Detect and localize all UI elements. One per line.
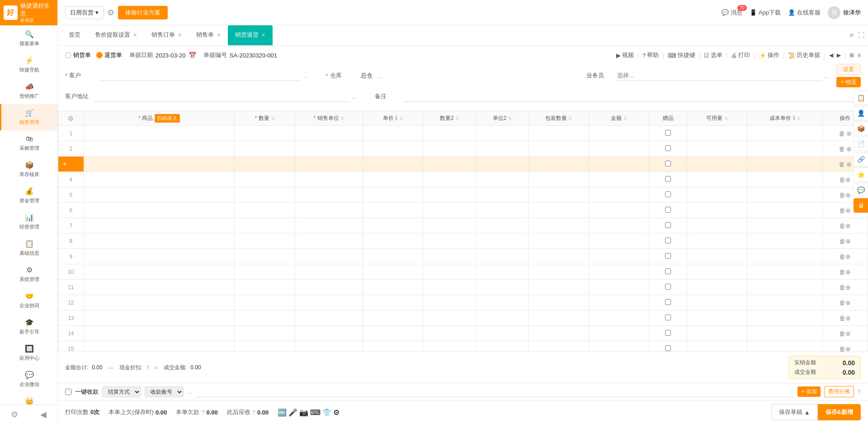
- add-row-btn[interactable]: +: [60, 160, 69, 169]
- row12-delete[interactable]: 🗑: [839, 299, 845, 306]
- right-panel-btn-box[interactable]: 📦: [854, 121, 868, 136]
- price-sort[interactable]: ⇅: [399, 116, 403, 121]
- row15-copy[interactable]: ⊕: [845, 345, 851, 352]
- row8-delete[interactable]: 🗑: [839, 238, 845, 245]
- camera-icon[interactable]: 📷: [299, 408, 308, 417]
- pack-sort[interactable]: ⇅: [568, 116, 572, 121]
- row2-gift-check[interactable]: [665, 145, 671, 151]
- shirt-icon[interactable]: 👕: [322, 408, 331, 417]
- row4-delete[interactable]: 🗑: [839, 176, 845, 183]
- category-select[interactable]: 日用百货 ▾: [65, 6, 104, 19]
- row9-delete[interactable]: 🗑: [839, 253, 845, 260]
- row13-delete[interactable]: 🗑: [839, 314, 845, 322]
- toolbar-next[interactable]: ▶: [837, 52, 841, 58]
- row3-qty[interactable]: [235, 157, 295, 172]
- right-panel-btn-star[interactable]: ⭐: [854, 167, 868, 182]
- table-settings-icon[interactable]: ⚙: [68, 115, 74, 122]
- payment-help-icon[interactable]: ?: [858, 388, 861, 395]
- row11-delete[interactable]: 🗑: [839, 284, 845, 291]
- address-dots[interactable]: ...: [352, 93, 357, 100]
- row7-delete[interactable]: 🗑: [839, 222, 845, 229]
- user-menu[interactable]: 徐 徐泽华: [828, 6, 861, 19]
- topbar-settings-icon[interactable]: ⚙: [107, 8, 114, 18]
- sidebar-item-apps[interactable]: 🔲 应用中心: [0, 340, 57, 366]
- row12-copy[interactable]: ⊕: [845, 299, 851, 306]
- qty2-sort[interactable]: ⇅: [455, 116, 459, 121]
- remark-input[interactable]: [404, 91, 861, 102]
- available-sort[interactable]: ⇅: [724, 116, 728, 121]
- radio-return[interactable]: 退货单: [96, 51, 122, 59]
- row3-gift-check[interactable]: [665, 161, 671, 167]
- row3-unit[interactable]: [295, 157, 363, 172]
- row10-delete[interactable]: 🗑: [839, 268, 845, 276]
- row14-delete[interactable]: 🗑: [839, 330, 845, 337]
- mic-icon[interactable]: 🎤: [288, 408, 297, 417]
- row3-unit2[interactable]: [476, 157, 528, 172]
- row3-goods-input[interactable]: [86, 161, 233, 167]
- toolbar-operate[interactable]: ⚡ 操作: [759, 51, 779, 59]
- toolbar-prev[interactable]: ◀: [829, 52, 833, 58]
- row4-copy[interactable]: ⊕: [845, 176, 851, 183]
- row2-copy[interactable]: ⊕: [846, 145, 852, 152]
- row3-gift[interactable]: [649, 157, 687, 172]
- tab-sales-order-close[interactable]: ✕: [178, 32, 182, 38]
- payment-amount-input[interactable]: [196, 386, 794, 397]
- toolbar-history[interactable]: 📜 历史单据: [788, 51, 820, 59]
- save-draft-btn[interactable]: 保存草稿 ▲: [771, 404, 818, 420]
- row3-qty2[interactable]: [423, 157, 476, 172]
- debt-info-icon[interactable]: ?: [201, 409, 204, 416]
- row1-unit[interactable]: [295, 126, 363, 141]
- online-service-btn[interactable]: 👤 在线客服: [788, 9, 821, 17]
- tab-home[interactable]: 首页: [61, 25, 88, 45]
- tab-expand[interactable]: ⛶: [858, 32, 864, 39]
- keyboard-icon[interactable]: ⌨: [310, 408, 321, 417]
- tab-sales-return-close[interactable]: ✕: [261, 32, 265, 38]
- row11-copy[interactable]: ⊕: [845, 284, 851, 291]
- toolbar-video[interactable]: ▶ 视频: [616, 51, 634, 59]
- sidebar-item-sales[interactable]: 🛒 销售管理: [0, 104, 57, 130]
- row1-goods-input[interactable]: [86, 130, 233, 137]
- split-btn[interactable]: 费用分摊: [824, 386, 854, 397]
- row1-qty[interactable]: [235, 126, 295, 141]
- row3-copy[interactable]: ⊕: [846, 161, 852, 168]
- row6-copy[interactable]: ⊕: [845, 207, 851, 214]
- row2-delete[interactable]: 🗑: [839, 145, 845, 152]
- toolbar-shortcut[interactable]: ⌨ 快捷键: [668, 51, 695, 59]
- row2-amount[interactable]: [589, 141, 649, 157]
- row1-price[interactable]: [363, 126, 423, 141]
- save-new-btn[interactable]: 保存&新增: [818, 404, 861, 420]
- add-payment-btn[interactable]: + 添加: [797, 386, 820, 397]
- tab-close-all[interactable]: ✕: [849, 32, 854, 39]
- row1-qty2[interactable]: [423, 126, 476, 141]
- row2-qty[interactable]: [235, 141, 295, 157]
- toolbar-print[interactable]: 🖨 打印: [731, 51, 750, 59]
- row2-qty2[interactable]: [423, 141, 476, 157]
- message-btn[interactable]: 💬 消息 70: [722, 9, 742, 17]
- row1-gift[interactable]: [649, 126, 687, 141]
- sidebar-item-guide[interactable]: 🎓 新手引导: [0, 314, 57, 340]
- row14-copy[interactable]: ⊕: [845, 330, 851, 337]
- right-panel-btn-clipboard[interactable]: 📋: [854, 91, 868, 105]
- sidebar-item-purchase[interactable]: 🛍 采购管理: [0, 130, 57, 156]
- tab-sales-invoice[interactable]: 销售单 ✕: [189, 25, 228, 45]
- payment-method-select[interactable]: 结算方式: [102, 386, 141, 397]
- row1-delete[interactable]: 🗑: [839, 130, 845, 137]
- unit2-sort[interactable]: ⇅: [508, 116, 512, 121]
- sidebar-item-inventory[interactable]: 📦 库存核算: [0, 156, 57, 182]
- payment-account-select[interactable]: 收款账号: [145, 386, 184, 397]
- qty-sort[interactable]: ⇅: [271, 116, 274, 121]
- row2-unit[interactable]: [295, 141, 363, 157]
- tab-price-settings[interactable]: 售价提取设置 ✕: [88, 25, 144, 45]
- scan-input-btn[interactable]: 扫码录入: [155, 114, 180, 123]
- sidebar-item-marketing[interactable]: 📣 营销推广: [0, 78, 57, 104]
- settings-btn[interactable]: 设置: [836, 64, 861, 75]
- tab-price-settings-close[interactable]: ✕: [133, 32, 137, 38]
- one-click-checkbox[interactable]: [65, 389, 71, 395]
- row1-copy[interactable]: ⊕: [846, 130, 852, 137]
- tab-sales-order[interactable]: 销售订单 ✕: [144, 25, 189, 45]
- row1-unit2[interactable]: [476, 126, 528, 141]
- toolbar-list[interactable]: ≡: [858, 52, 861, 58]
- row13-copy[interactable]: ⊕: [845, 314, 851, 322]
- row3-pack[interactable]: [528, 157, 589, 172]
- row5-copy[interactable]: ⊕: [845, 191, 851, 199]
